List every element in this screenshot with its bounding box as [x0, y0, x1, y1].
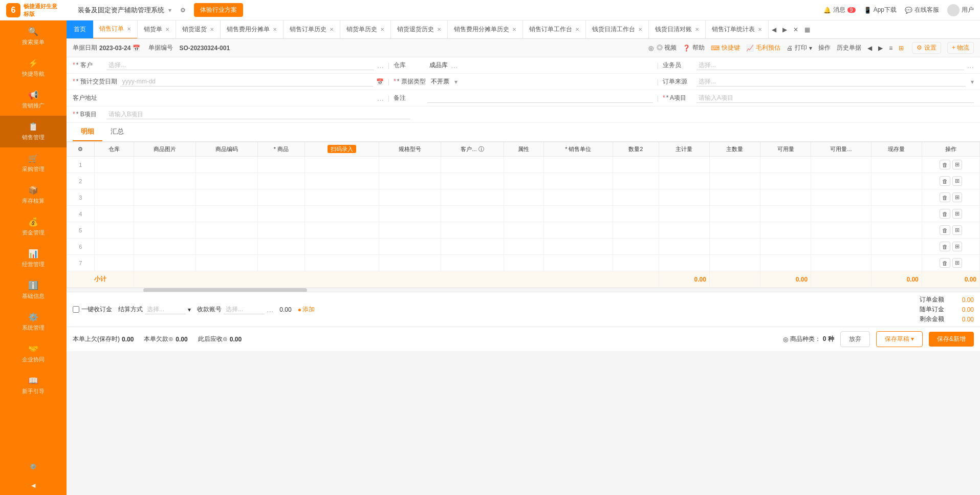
sidebar-item-purchase[interactable]: 🛒 采购管理: [0, 147, 67, 179]
row-scan[interactable]: [304, 157, 379, 173]
customer-input[interactable]: [106, 60, 374, 70]
print-dropdown-icon[interactable]: ▾: [809, 45, 812, 52]
one-key-payment-checkbox[interactable]: 一键收订金: [73, 305, 112, 314]
tab-sales-invoice[interactable]: 销货单 ✕: [138, 20, 176, 39]
row-code[interactable]: [195, 255, 257, 271]
row-image[interactable]: [134, 189, 195, 206]
row-copy-button[interactable]: ⊞: [952, 176, 962, 186]
payment-method-input[interactable]: [145, 305, 186, 314]
add-button[interactable]: ● 添加: [298, 305, 315, 314]
toolbar-profit-button[interactable]: 📈 毛利预估: [746, 44, 780, 52]
account-input[interactable]: [224, 305, 265, 314]
row-unit[interactable]: [543, 255, 613, 271]
industry-solution-button[interactable]: 体验行业方案: [194, 3, 243, 17]
row-main-unit[interactable]: [659, 206, 709, 222]
row-avail-qty[interactable]: [760, 206, 811, 222]
row-copy-button[interactable]: ⊞: [952, 225, 962, 235]
row-main-qty[interactable]: [709, 239, 760, 255]
row-unit[interactable]: [543, 239, 613, 255]
tab-sales-return-close[interactable]: ✕: [210, 27, 214, 32]
row-customer-code[interactable]: [441, 222, 504, 239]
row-warehouse[interactable]: [94, 222, 134, 239]
row-customer-code[interactable]: [441, 239, 504, 255]
tab-daily-workbench-close[interactable]: ✕: [638, 27, 642, 32]
staff-more-icon[interactable]: ...: [967, 61, 974, 70]
calendar-icon[interactable]: 📅: [133, 45, 140, 52]
b-project-input[interactable]: [106, 110, 410, 119]
tab-menu-button[interactable]: ▦: [801, 20, 813, 39]
tab-invoice-history[interactable]: 销货单历史 ✕: [340, 20, 391, 39]
tab-sales-order-history-close[interactable]: ✕: [330, 27, 334, 32]
row-spec[interactable]: [379, 206, 441, 222]
abandon-button[interactable]: 放弃: [840, 331, 870, 347]
row-action[interactable]: 🗑 ⊞: [922, 222, 979, 239]
row-action[interactable]: 🗑 ⊞: [922, 255, 979, 271]
row-product[interactable]: [257, 239, 304, 255]
row-product[interactable]: [257, 173, 304, 189]
toolbar-operation-button[interactable]: 操作: [818, 44, 831, 52]
sidebar-item-enterprise[interactable]: 🤝 企业协同: [0, 338, 67, 370]
sidebar-collapse-button[interactable]: ◀: [0, 476, 67, 495]
row-main-unit[interactable]: [659, 157, 709, 173]
col-header-settings[interactable]: ⚙: [67, 142, 95, 157]
tab-sales-order-history[interactable]: 销售订单历史 ✕: [284, 20, 340, 39]
order-source-dropdown-icon[interactable]: ▾: [971, 78, 974, 85]
sidebar-item-inventory[interactable]: 📦 库存核算: [0, 179, 67, 211]
sidebar-item-finance[interactable]: 💰 资金管理: [0, 211, 67, 243]
order-source-input[interactable]: [696, 77, 966, 87]
row-avail-qty[interactable]: [760, 173, 811, 189]
row-customer-code[interactable]: [441, 255, 504, 271]
tab-sales-order[interactable]: 销售订单 ✕: [93, 20, 138, 39]
row-delete-button[interactable]: 🗑: [940, 225, 950, 235]
row-copy-button[interactable]: ⊞: [952, 209, 962, 219]
toolbar-list-icon[interactable]: ≡: [889, 45, 892, 52]
row-qty2[interactable]: [613, 189, 659, 206]
row-spec[interactable]: [379, 222, 441, 239]
toolbar-nav-prev[interactable]: ◀: [867, 45, 872, 52]
row-warehouse[interactable]: [94, 173, 134, 189]
sidebar-item-operations[interactable]: 📊 经营管理: [0, 243, 67, 274]
tab-sales-expense-close[interactable]: ✕: [273, 27, 277, 32]
customer-more-icon[interactable]: ...: [377, 61, 384, 70]
row-avail-qty[interactable]: [760, 255, 811, 271]
row-attr[interactable]: [504, 255, 543, 271]
tab-sales-return[interactable]: 销货退货 ✕: [176, 20, 221, 39]
row-image[interactable]: [134, 255, 195, 271]
app-download-button[interactable]: 📱 App下载: [864, 6, 897, 14]
row-code[interactable]: [195, 189, 257, 206]
row-unit[interactable]: [543, 157, 613, 173]
tab-sales-expense[interactable]: 销售费用分摊单 ✕: [221, 20, 284, 39]
calendar-delivery-icon[interactable]: 📅: [376, 78, 384, 85]
row-product[interactable]: [257, 222, 304, 239]
toolbar-shortcut-button[interactable]: ⌨ 快捷键: [711, 44, 740, 52]
row-scan[interactable]: [304, 255, 379, 271]
sidebar-settings-button[interactable]: ⚙️: [0, 457, 67, 476]
row-code[interactable]: [195, 239, 257, 255]
row-product[interactable]: [257, 255, 304, 271]
row-spec[interactable]: [379, 189, 441, 206]
row-avail-qty2[interactable]: [811, 206, 871, 222]
invoice-dropdown-icon[interactable]: ▾: [454, 78, 458, 85]
row-code[interactable]: [195, 173, 257, 189]
tab-next-button[interactable]: ▶: [779, 20, 790, 39]
row-avail-qty2[interactable]: [811, 157, 871, 173]
toolbar-print-button[interactable]: 🖨 打印 ▾: [787, 44, 812, 52]
row-action[interactable]: 🗑 ⊞: [922, 189, 979, 206]
row-scan[interactable]: [304, 206, 379, 222]
row-copy-button[interactable]: ⊞: [952, 160, 962, 169]
row-qty2[interactable]: [613, 255, 659, 271]
address-more-icon[interactable]: ...: [377, 94, 384, 103]
tab-daily-reconcile-close[interactable]: ✕: [695, 27, 699, 32]
row-action[interactable]: 🗑 ⊞: [922, 206, 979, 222]
row-main-unit[interactable]: [659, 255, 709, 271]
one-key-checkbox-input[interactable]: [73, 306, 79, 313]
tab-sales-stats-close[interactable]: ✕: [758, 27, 762, 32]
row-spec[interactable]: [379, 255, 441, 271]
tab-order-workbench[interactable]: 销售订单工作台 ✕: [523, 20, 586, 39]
online-service-button[interactable]: 💬 在线客服: [905, 6, 939, 14]
row-product[interactable]: [257, 206, 304, 222]
row-action[interactable]: 🗑 ⊞: [922, 173, 979, 189]
row-copy-button[interactable]: ⊞: [952, 258, 962, 268]
row-avail-qty2[interactable]: [811, 173, 871, 189]
row-main-qty[interactable]: [709, 173, 760, 189]
